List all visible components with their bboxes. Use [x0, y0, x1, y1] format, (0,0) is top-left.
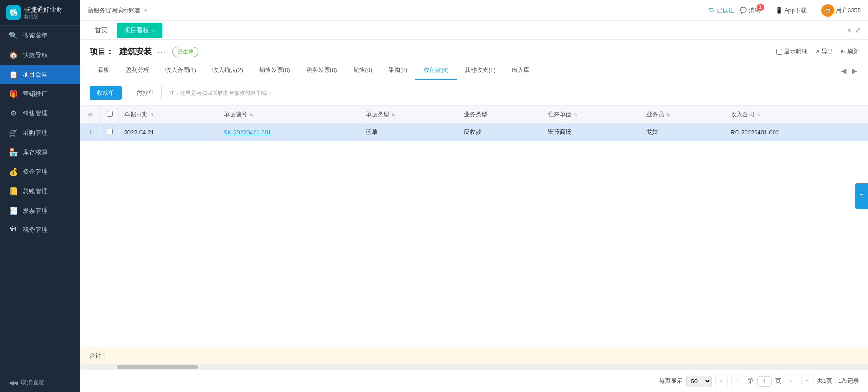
row-number: SK-20220421-001 [218, 124, 360, 141]
prev-page-button[interactable]: ‹ [731, 375, 744, 387]
sub-tab-kanban[interactable]: 看板 [90, 62, 118, 80]
row-number-link[interactable]: SK-20220421-001 [224, 129, 272, 136]
row-date: 2022-04-21 [118, 124, 218, 141]
sub-tab-prev-icon[interactable]: ◀ [839, 67, 848, 75]
sidebar-item-marketing[interactable]: 🎁 营销推广 [0, 84, 80, 104]
income-contract-header-label: 收入合同 [731, 111, 754, 118]
show-detail-checkbox[interactable]: 显示明细 [776, 48, 807, 56]
inventory-icon: 🏪 [9, 148, 18, 157]
sub-tab-sales[interactable]: 销售(0) [345, 62, 381, 80]
sub-tabs-row: 看板 盈利分析 收入合同(1) 收入确认(2) 销售发票(0) 税务发票(0) … [90, 62, 859, 80]
number-sort-icon[interactable]: ⇅ [250, 112, 253, 117]
total-info-label: 共1页，1条记录 [817, 377, 859, 385]
sidebar-item-search[interactable]: 🔍 搜索菜单 [0, 26, 80, 45]
main-area: 新服务官网演示账套 ▼ 🛡 已认证 💬 消息 1 📱 App下载 🐵 用户335… [80, 0, 868, 392]
sub-tab-payment[interactable]: 收付款(4) [415, 62, 457, 80]
row-checkbox[interactable] [107, 129, 113, 134]
sidebar-item-sales[interactable]: ⚙ 销售管理 [0, 104, 80, 123]
sub-tab-other-income[interactable]: 其他收支(1) [457, 62, 504, 80]
biz-type-header-label: 业务类型 [464, 111, 487, 118]
refresh-button[interactable]: ↻ 刷新 [840, 48, 859, 56]
partner-sort-icon[interactable]: ⇅ [574, 112, 577, 117]
sidebar-item-label: 营销推广 [23, 90, 48, 98]
income-contract-sort-icon[interactable]: ⇅ [757, 112, 760, 117]
sidebar-item-tax[interactable]: 🏛 税务管理 [0, 220, 80, 239]
export-button[interactable]: ↗ 导出 [815, 48, 833, 56]
partner-header-label: 往来单位 [548, 111, 571, 118]
sidebar-item-invoice[interactable]: 🧾 发票管理 [0, 201, 80, 220]
chevron-down-icon[interactable]: ▼ [143, 8, 148, 13]
horizontal-scrollbar[interactable] [80, 364, 868, 370]
project-more-icon[interactable]: ··· [157, 47, 167, 57]
window-close-icon[interactable]: × [847, 26, 851, 34]
current-page-display: 1 [757, 376, 772, 387]
phone-icon: 📱 [775, 7, 783, 14]
sidebar: 畅 畅捷通好业财 标准版 🔍 搜索菜单 🏠 快捷导航 📋 项目合同 🎁 营销推广… [0, 0, 80, 392]
sidebar-item-label: 搜索菜单 [23, 32, 48, 40]
tab-close-icon[interactable]: × [152, 27, 155, 33]
date-sort-icon[interactable]: ⇅ [150, 112, 154, 117]
per-page-select[interactable]: 50 100 200 [686, 376, 712, 387]
refresh-label: 刷新 [847, 48, 859, 56]
window-expand-icon[interactable]: ⤢ [855, 26, 861, 34]
first-page-button[interactable]: « [715, 375, 728, 387]
sidebar-item-inventory[interactable]: 🏪 库存核算 [0, 143, 80, 162]
sidebar-item-label: 发票管理 [23, 207, 48, 215]
marketing-icon: 🎁 [9, 90, 18, 98]
sub-tab-sales-invoice[interactable]: 销售发票(0) [251, 62, 298, 80]
biz-type-column-header: 业务类型 [458, 106, 542, 124]
scroll-thumb[interactable] [117, 365, 198, 369]
page-suffix-label: 页 [775, 377, 781, 385]
content-area: 收款单 付款单 注：这里是与项目关联的全部收付款单哦～ ⚙ 单据日期 [80, 80, 868, 392]
type-sort-icon[interactable]: ⇅ [392, 112, 395, 117]
detail-checkbox-input[interactable] [776, 49, 782, 55]
project-actions: 显示明细 ↗ 导出 ↻ 刷新 [776, 48, 859, 56]
sidebar-item-ledger[interactable]: 📒 总账管理 [0, 182, 80, 201]
sidebar-item-label: 库存核算 [23, 148, 48, 157]
project-status-badge: 已生效 [172, 47, 198, 57]
sub-tab-income-contract[interactable]: 收入合同(1) [157, 62, 204, 80]
total-row: 合计： [80, 347, 868, 364]
salesman-column-header: 业务员 ⇅ [641, 106, 725, 124]
tab-kanban-active[interactable]: 项目看板 × [117, 23, 162, 38]
number-column-header: 单据编号 ⇅ [218, 106, 360, 124]
sub-tab-next-icon[interactable]: ▶ [850, 67, 859, 75]
sub-tab-tax-invoice[interactable]: 税务发票(0) [298, 62, 345, 80]
sidebar-unpin[interactable]: ◀◀ 取消固定 [0, 373, 80, 392]
sub-tab-profit[interactable]: 盈利分析 [118, 62, 157, 80]
next-page-button[interactable]: › [785, 375, 797, 387]
tab-home[interactable]: 首页 [88, 23, 115, 38]
sidebar-item-quicknav[interactable]: 🏠 快捷导航 [0, 45, 80, 65]
sub-tab-income-confirm[interactable]: 收入确认(2) [204, 62, 251, 80]
select-all-checkbox[interactable] [107, 111, 113, 117]
message-button[interactable]: 💬 消息 1 [740, 6, 760, 14]
sidebar-item-label: 税务管理 [23, 226, 48, 234]
search-icon: 🔍 [9, 31, 18, 40]
salesman-sort-icon[interactable]: ⇅ [666, 112, 670, 117]
checkbox-column-header [100, 106, 118, 124]
sub-tab-storage[interactable]: 出入库 [504, 62, 538, 80]
payment-tab-button[interactable]: 付款单 [129, 86, 162, 100]
salesman-header-label: 业务员 [646, 111, 664, 118]
project-title: 建筑安装 [119, 46, 152, 57]
tab-bar: 首页 项目看板 × × ⤢ [80, 21, 868, 40]
right-panel-toggle[interactable]: ≡ [855, 183, 868, 209]
account-name: 新服务官网演示账套 [88, 6, 141, 14]
sub-tab-purchase[interactable]: 采购(2) [380, 62, 415, 80]
app-download-button[interactable]: 📱 App下载 [775, 6, 807, 14]
settings-column-header: ⚙ [80, 106, 100, 124]
sidebar-item-finance[interactable]: 💰 资金管理 [0, 162, 80, 182]
header-account: 新服务官网演示账套 ▼ [88, 6, 703, 14]
sidebar-item-contracts[interactable]: 📋 项目合同 [0, 65, 80, 84]
sub-tabs: 看板 盈利分析 收入合同(1) 收入确认(2) 销售发票(0) 税务发票(0) … [90, 62, 538, 80]
row-type: 蓝单 [360, 124, 458, 141]
panel-icon: ≡ [859, 192, 863, 200]
user-menu[interactable]: 🐵 用户3355 [821, 4, 861, 17]
row-salesman: 龙妹 [641, 124, 725, 141]
home-icon: 🏠 [9, 51, 18, 59]
column-settings-icon[interactable]: ⚙ [87, 111, 93, 118]
sidebar-item-label: 销售管理 [23, 110, 48, 118]
last-page-button[interactable]: » [801, 375, 814, 387]
sidebar-item-purchase[interactable]: 🛒 采购管理 [0, 123, 80, 143]
receipt-tab-button[interactable]: 收款单 [90, 86, 122, 100]
